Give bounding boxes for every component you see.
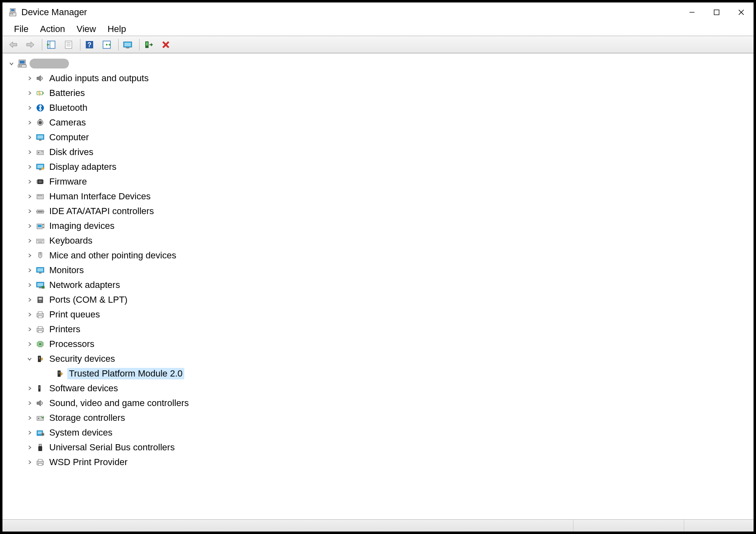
- svg-rect-1: [11, 9, 14, 11]
- show-hide-console-button[interactable]: [44, 37, 59, 52]
- chevron-right-icon[interactable]: [25, 310, 34, 319]
- mouse-icon: [35, 251, 45, 260]
- svg-rect-6: [714, 10, 719, 15]
- chevron-right-icon[interactable]: [25, 163, 34, 171]
- tree-category[interactable]: Processors: [2, 337, 754, 351]
- minimize-button[interactable]: [680, 2, 704, 22]
- menu-help[interactable]: Help: [102, 23, 132, 35]
- tree-category[interactable]: Cameras: [2, 115, 754, 130]
- chevron-right-icon[interactable]: [25, 458, 34, 466]
- svg-rect-56: [37, 239, 44, 243]
- tree-category[interactable]: Human Interface Devices: [2, 189, 754, 204]
- app-icon: [8, 8, 17, 17]
- chip-icon: [35, 177, 45, 187]
- forward-button[interactable]: [23, 37, 38, 52]
- svg-rect-71: [39, 298, 42, 300]
- chevron-right-icon[interactable]: [25, 399, 34, 407]
- tree-category[interactable]: Universal Serial Bus controllers: [2, 440, 754, 455]
- chevron-right-icon[interactable]: [25, 133, 34, 141]
- menu-action[interactable]: Action: [34, 23, 71, 35]
- tree-category[interactable]: Storage controllers: [2, 411, 754, 425]
- chevron-right-icon[interactable]: [25, 74, 34, 82]
- tree-category[interactable]: Imaging devices: [2, 219, 754, 233]
- chevron-right-icon[interactable]: [25, 89, 34, 97]
- printer-icon: [35, 324, 45, 334]
- status-section: [573, 520, 684, 532]
- menu-file[interactable]: File: [8, 23, 34, 35]
- update-driver-button[interactable]: [120, 37, 135, 52]
- svg-rect-67: [37, 283, 43, 286]
- tree-category[interactable]: Audio inputs and outputs: [2, 71, 754, 86]
- tree-category[interactable]: Keyboards: [2, 233, 754, 248]
- chevron-right-icon[interactable]: [25, 443, 34, 452]
- svg-rect-64: [37, 268, 43, 272]
- tree-category[interactable]: Computer: [2, 130, 754, 145]
- chevron-right-icon[interactable]: [25, 429, 34, 437]
- tree-category[interactable]: Firmware: [2, 174, 754, 189]
- tree-category[interactable]: Print queues: [2, 307, 754, 322]
- menu-view[interactable]: View: [71, 23, 102, 35]
- tree-category[interactable]: Network adapters: [2, 278, 754, 292]
- tree-category[interactable]: Bluetooth: [2, 100, 754, 115]
- chevron-right-icon[interactable]: [25, 340, 34, 348]
- svg-rect-44: [39, 169, 41, 170]
- tree-category-label: Processors: [48, 338, 96, 350]
- svg-rect-57: [37, 240, 38, 241]
- tree-category[interactable]: Ports (COM & LPT): [2, 292, 754, 307]
- tree-category[interactable]: Display adapters: [2, 160, 754, 174]
- svg-rect-72: [39, 301, 41, 302]
- tree-root[interactable]: [2, 56, 754, 71]
- security-icon: [55, 369, 65, 379]
- device-tree[interactable]: Audio inputs and outputsBatteriesBluetoo…: [2, 53, 754, 519]
- help-button[interactable]: ?: [82, 37, 97, 52]
- close-button[interactable]: [729, 2, 754, 22]
- system-icon: [35, 428, 45, 438]
- tree-category[interactable]: WSD Print Provider: [2, 455, 754, 470]
- imaging-icon: [35, 221, 45, 231]
- tree-category[interactable]: Printers: [2, 322, 754, 337]
- chevron-right-icon[interactable]: [25, 384, 34, 393]
- chevron-right-icon[interactable]: [25, 178, 34, 186]
- uninstall-device-button[interactable]: [158, 37, 173, 52]
- chevron-right-icon[interactable]: [25, 237, 34, 245]
- scan-hardware-button[interactable]: [99, 37, 114, 52]
- chevron-right-icon[interactable]: [25, 414, 34, 422]
- tree-category[interactable]: Software devices: [2, 381, 754, 396]
- svg-rect-96: [39, 447, 42, 451]
- svg-rect-50: [39, 195, 41, 196]
- tree-device[interactable]: Trusted Platform Module 2.0: [2, 366, 754, 381]
- chevron-right-icon[interactable]: [25, 281, 34, 289]
- properties-button[interactable]: [61, 37, 76, 52]
- svg-rect-58: [39, 240, 39, 241]
- tree-category-label: IDE ATA/ATAPI controllers: [48, 205, 156, 217]
- tree-category[interactable]: Disk drives: [2, 145, 754, 160]
- chevron-right-icon[interactable]: [25, 266, 34, 274]
- chevron-right-icon[interactable]: [25, 207, 34, 215]
- keyboard-icon: [35, 236, 45, 246]
- hid-icon: [35, 192, 45, 201]
- tree-category[interactable]: IDE ATA/ATAPI controllers: [2, 204, 754, 219]
- chevron-down-icon[interactable]: [25, 355, 34, 363]
- status-bar: [2, 519, 754, 532]
- chevron-down-icon[interactable]: [7, 59, 16, 68]
- enable-device-button[interactable]: [141, 37, 156, 52]
- chevron-right-icon[interactable]: [25, 251, 34, 260]
- tree-category-label: Universal Serial Bus controllers: [48, 442, 176, 453]
- tree-category[interactable]: Mice and other pointing devices: [2, 248, 754, 263]
- chevron-right-icon[interactable]: [25, 192, 34, 201]
- tree-category[interactable]: Security devices: [2, 351, 754, 366]
- chevron-right-icon[interactable]: [25, 325, 34, 333]
- chevron-right-icon[interactable]: [25, 222, 34, 230]
- chevron-right-icon[interactable]: [25, 148, 34, 156]
- camera-icon: [35, 118, 45, 128]
- chevron-right-icon[interactable]: [25, 104, 34, 112]
- tree-category[interactable]: System devices: [2, 425, 754, 440]
- tree-category[interactable]: Monitors: [2, 263, 754, 278]
- chevron-right-icon[interactable]: [25, 296, 34, 304]
- chevron-right-icon[interactable]: [25, 119, 34, 127]
- back-button[interactable]: [6, 37, 21, 52]
- tree-category[interactable]: Sound, video and game controllers: [2, 396, 754, 411]
- tree-category[interactable]: Batteries: [2, 86, 754, 100]
- maximize-button[interactable]: [704, 2, 729, 22]
- audio-icon: [35, 73, 45, 83]
